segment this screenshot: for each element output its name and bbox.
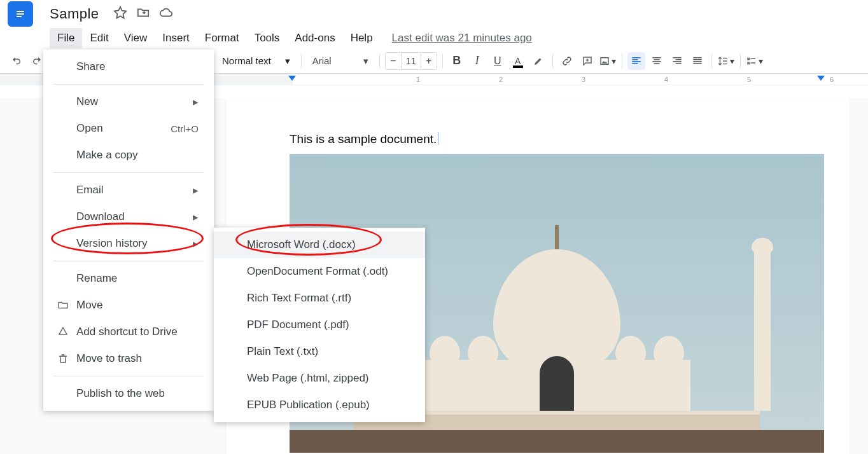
menu-addons[interactable]: Add-ons — [287, 28, 342, 48]
menu-new[interactable]: New▸ — [43, 88, 214, 115]
menu-open[interactable]: OpenCtrl+O — [43, 115, 214, 142]
menu-insert[interactable]: Insert — [155, 28, 197, 48]
cloud-status-icon[interactable] — [159, 6, 173, 22]
submenu-arrow-icon: ▸ — [193, 184, 199, 197]
underline-button[interactable]: U — [489, 52, 507, 70]
bold-button[interactable]: B — [448, 52, 466, 70]
separator — [622, 54, 622, 68]
ruler-tick: 1 — [337, 76, 420, 83]
trash-icon — [55, 352, 71, 365]
image-content — [754, 252, 771, 411]
highlight-button[interactable] — [529, 52, 547, 70]
menu-share[interactable]: Share — [43, 53, 214, 80]
text-color-button[interactable]: A — [509, 52, 527, 70]
italic-button[interactable]: I — [468, 52, 486, 70]
increase-font-button[interactable]: + — [421, 53, 437, 69]
text-cursor — [438, 132, 439, 145]
submenu-arrow-icon: ▸ — [193, 237, 199, 251]
font-size-stepper: − 11 + — [385, 52, 437, 70]
align-center-button[interactable] — [648, 52, 666, 70]
align-justify-button[interactable] — [689, 52, 706, 70]
add-comment-button[interactable] — [578, 52, 596, 70]
ruler-tick: 5 — [668, 76, 751, 83]
download-odt[interactable]: OpenDocument Format (.odt) — [214, 258, 425, 285]
title-bar: Sample — [0, 0, 868, 28]
menu-add-shortcut[interactable]: Add shortcut to Drive — [43, 319, 214, 345]
submenu-arrow-icon: ▸ — [193, 95, 199, 109]
chevron-down-icon: ▾ — [363, 55, 368, 67]
menu-divider — [53, 172, 204, 173]
submenu-arrow-icon: ▸ — [193, 210, 199, 224]
menu-view[interactable]: View — [116, 28, 155, 48]
menu-move-trash[interactable]: Move to trash — [43, 345, 214, 372]
undo-button[interactable] — [8, 52, 25, 70]
chevron-down-icon: ▾ — [285, 55, 290, 67]
menu-make-copy[interactable]: Make a copy — [43, 142, 214, 169]
menu-edit[interactable]: Edit — [82, 28, 116, 48]
menu-move[interactable]: Move — [43, 292, 214, 319]
separator — [552, 54, 553, 68]
menu-bar: File Edit View Insert Format Tools Add-o… — [0, 28, 868, 48]
download-pdf[interactable]: PDF Document (.pdf) — [214, 312, 425, 338]
menu-version-history[interactable]: Version history▸ — [43, 230, 214, 257]
separator — [301, 54, 302, 68]
menu-rename[interactable]: Rename — [43, 265, 214, 292]
svg-rect-0 — [17, 11, 24, 12]
download-epub[interactable]: EPUB Publication (.epub) — [214, 392, 425, 418]
decrease-font-button[interactable]: − — [386, 53, 401, 69]
svg-rect-1 — [17, 13, 24, 15]
font-label: Arial — [312, 55, 332, 66]
ruler-tick: 2 — [420, 76, 503, 83]
ruler-tick: 3 — [503, 76, 585, 83]
star-icon[interactable] — [113, 6, 127, 22]
shortcut-label: Ctrl+O — [171, 123, 199, 134]
align-right-button[interactable] — [668, 52, 686, 70]
move-folder-icon[interactable] — [136, 6, 150, 22]
menu-divider — [53, 84, 204, 85]
download-rtf[interactable]: Rich Text Format (.rtf) — [214, 285, 425, 312]
last-edit-link[interactable]: Last edit was 21 minutes ago — [392, 32, 532, 45]
menu-file[interactable]: File — [50, 28, 82, 48]
docs-logo[interactable] — [8, 1, 33, 27]
move-icon — [55, 299, 71, 312]
download-txt[interactable]: Plain Text (.txt) — [214, 338, 425, 365]
menu-format[interactable]: Format — [197, 28, 247, 48]
checklist-button[interactable]: ▾ — [746, 52, 764, 70]
separator — [442, 54, 443, 68]
document-title[interactable]: Sample — [50, 6, 99, 22]
line-spacing-button[interactable]: ▾ — [717, 52, 735, 70]
font-size-value[interactable]: 11 — [401, 53, 421, 69]
drive-shortcut-icon — [55, 326, 71, 338]
menu-divider — [53, 261, 204, 261]
font-select[interactable]: Arial ▾ — [307, 52, 374, 70]
svg-rect-2 — [17, 16, 22, 17]
separator — [740, 54, 741, 68]
download-docx[interactable]: Microsoft Word (.docx) — [214, 231, 425, 258]
insert-link-button[interactable] — [558, 52, 576, 70]
styles-label: Normal text — [222, 55, 271, 66]
menu-tools[interactable]: Tools — [247, 28, 288, 48]
download-html[interactable]: Web Page (.html, zipped) — [214, 365, 425, 392]
ruler-tick: 4 — [585, 76, 668, 83]
ruler-tick: 6 — [751, 76, 834, 83]
menu-divider — [53, 376, 204, 376]
menu-download[interactable]: Download▸ — [43, 203, 214, 230]
menu-help[interactable]: Help — [343, 28, 381, 48]
menu-publish-web[interactable]: Publish to the web — [43, 380, 214, 407]
download-submenu: Microsoft Word (.docx) OpenDocument Form… — [214, 228, 425, 422]
separator — [379, 54, 380, 68]
paragraph-styles-select[interactable]: Normal text ▾ — [216, 52, 296, 70]
document-text[interactable]: This is a sample document. — [290, 132, 437, 146]
insert-image-button[interactable]: ▾ — [599, 52, 617, 70]
separator — [711, 54, 712, 68]
menu-email[interactable]: Email▸ — [43, 177, 214, 203]
align-left-button[interactable] — [627, 52, 645, 70]
file-menu-dropdown: Share New▸ OpenCtrl+O Make a copy Email▸… — [43, 50, 214, 411]
